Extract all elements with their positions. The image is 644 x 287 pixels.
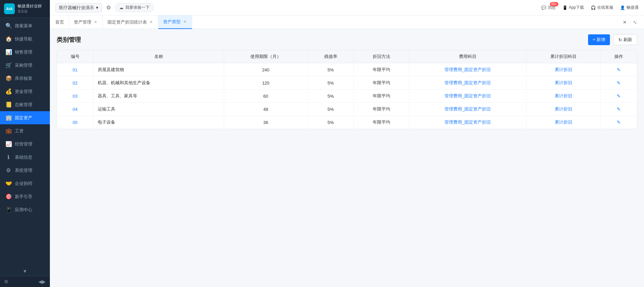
- sidebar-item-purchase[interactable]: 🛒 采购管理: [0, 59, 50, 72]
- cell-r4-c6: 累计折旧: [526, 116, 600, 129]
- sidebar-label-general-ledger: 总账管理: [15, 102, 32, 108]
- code-link-1[interactable]: 02: [73, 81, 78, 86]
- content-area: 类别管理 + 新增 ↻ 刷新 编号名称使用期限（月）残值率折旧方法费用科目累计折…: [50, 29, 644, 287]
- cell-r1-c0: 02: [57, 76, 93, 90]
- app-download-label: App下载: [569, 5, 584, 10]
- sidebar-item-system[interactable]: ⚙ 系统管理: [0, 164, 50, 177]
- sidebar-icon-operations: 📈: [5, 141, 11, 147]
- link-r4-c6[interactable]: 累计折旧: [555, 120, 572, 125]
- link-r3-c5[interactable]: 管理费用_固定资产折旧: [444, 106, 491, 111]
- customer-service-button[interactable]: 🎧 在线客服: [591, 5, 613, 10]
- code-link-4[interactable]: 05: [73, 120, 78, 125]
- company-selector[interactable]: 医疗器械行业演示 ▾: [55, 3, 102, 12]
- cell-r4-c3: 5%: [308, 116, 354, 129]
- user-avatar-button[interactable]: 👤 畅捷通: [620, 5, 639, 10]
- sidebar-scroll-down[interactable]: ▼: [0, 266, 50, 276]
- sidebar-icon-app-center: 📱: [5, 206, 11, 213]
- sidebar-item-fixed-assets[interactable]: 🏢 固定资产: [0, 111, 50, 124]
- sidebar-label-search: 搜索菜单: [15, 23, 32, 29]
- link-r3-c6[interactable]: 累计折旧: [555, 106, 572, 111]
- col-header-3: 残值率: [308, 50, 354, 63]
- code-link-3[interactable]: 04: [73, 107, 78, 112]
- sidebar-label-sales: 销售管理: [15, 49, 32, 55]
- link-r2-c5[interactable]: 管理费用_固定资产折旧: [444, 93, 491, 98]
- main-area: 医疗器械行业演示 ▾ ⚙ ☁ 我要体验一下 💬 消息 99+ 📱 App下载 🎧…: [50, 0, 644, 287]
- sidebar-icon-inventory: 📦: [5, 75, 11, 82]
- edit-btn-0[interactable]: ✎: [617, 67, 621, 72]
- tab-home[interactable]: 首页: [55, 15, 69, 29]
- link-r4-c5[interactable]: 管理费用_固定资产折旧: [444, 120, 491, 125]
- sidebar-label-basic-info: 基础信息: [15, 154, 32, 160]
- link-r1-c5[interactable]: 管理费用_固定资产折旧: [444, 80, 491, 85]
- phone-icon: 📱: [562, 5, 568, 10]
- cell-r2-c5: 管理费用_固定资产折旧: [409, 90, 526, 103]
- app-title-block: 畅捷通好业财 普及版: [18, 4, 42, 14]
- edit-btn-2[interactable]: ✎: [617, 93, 621, 99]
- link-r1-c6[interactable]: 累计折旧: [555, 80, 572, 85]
- sidebar-header: AtA 畅捷通好业财 普及版: [0, 0, 50, 18]
- messages-button[interactable]: 💬 消息 99+: [541, 5, 556, 10]
- sidebar-icon-finance: 💰: [5, 88, 11, 95]
- tab-label-asset-type: 资产类型: [163, 19, 181, 25]
- sidebar-item-search[interactable]: 🔍 搜索菜单: [0, 19, 50, 32]
- tab-close-fixed-asset-depreciation[interactable]: ✕: [149, 20, 153, 25]
- sidebar-icon-payroll: 💼: [5, 128, 11, 134]
- cell-r2-c2: 60: [224, 90, 307, 103]
- edit-btn-4[interactable]: ✎: [617, 120, 621, 125]
- sidebar-icon-guide: 🎯: [5, 193, 11, 200]
- sidebar-item-payroll[interactable]: 💼 工资: [0, 124, 50, 137]
- sidebar-icon-sales: 📊: [5, 49, 11, 55]
- page-header: 类别管理 + 新增 ↻ 刷新: [57, 34, 637, 45]
- tab-close-asset-mgmt[interactable]: ✕: [93, 20, 98, 25]
- experience-label: 我要体验一下: [125, 5, 150, 10]
- message-icon: 💬: [541, 5, 546, 10]
- code-link-0[interactable]: 01: [73, 67, 78, 72]
- sidebar-item-app-center[interactable]: 📱 应用中心: [0, 203, 50, 216]
- user-label: 畅捷通: [626, 5, 639, 10]
- tab-asset-mgmt[interactable]: 资产管理✕: [69, 15, 103, 29]
- sidebar-item-finance[interactable]: 💰 资金管理: [0, 85, 50, 98]
- table-row: 05电子设备365%年限平均管理费用_固定资产折旧累计折旧✎: [57, 116, 637, 129]
- link-r0-c6[interactable]: 累计折旧: [555, 67, 572, 72]
- page-title: 类别管理: [57, 36, 81, 44]
- sidebar-item-inventory[interactable]: 📦 库存核算: [0, 72, 50, 85]
- refresh-icon: ↻: [618, 37, 622, 42]
- sidebar-item-guide[interactable]: 🎯 新手引导: [0, 190, 50, 203]
- collapse-icon[interactable]: ◀▶: [38, 279, 46, 284]
- close-window-btn[interactable]: ✕: [621, 19, 628, 26]
- cloud-icon: ☁: [119, 5, 123, 10]
- refresh-button[interactable]: ↻ 刷新: [613, 34, 637, 45]
- sidebar: AtA 畅捷通好业财 普及版 🔍 搜索菜单 🏠 快捷导航 📊 销售管理 🛒 采购…: [0, 0, 50, 287]
- cell-r1-op: ✎: [601, 76, 637, 90]
- tab-fixed-asset-depreciation[interactable]: 固定资产折旧统计表✕: [103, 15, 158, 29]
- edit-btn-3[interactable]: ✎: [617, 106, 621, 112]
- new-button[interactable]: + 新增: [588, 34, 610, 45]
- link-r2-c6[interactable]: 累计折旧: [555, 93, 572, 98]
- sidebar-item-basic-info[interactable]: ℹ 基础信息: [0, 151, 50, 164]
- code-link-2[interactable]: 03: [73, 94, 78, 99]
- sidebar-item-operations[interactable]: 📈 经营管理: [0, 137, 50, 151]
- maximize-window-btn[interactable]: ⤡: [631, 19, 639, 26]
- experience-button[interactable]: ☁ 我要体验一下: [115, 3, 154, 12]
- sidebar-label-enterprise: 企业协同: [15, 181, 32, 187]
- settings-icon[interactable]: ⚙: [4, 279, 8, 284]
- cell-r1-c1: 机器、机械和其他生产设备: [93, 76, 224, 90]
- app-download-button[interactable]: 📱 App下载: [562, 5, 584, 10]
- edit-btn-1[interactable]: ✎: [617, 80, 621, 86]
- customer-service-label: 在线客服: [597, 5, 613, 10]
- sidebar-item-general-ledger[interactable]: 📒 总账管理: [0, 98, 50, 111]
- link-r0-c5[interactable]: 管理费用_固定资产折旧: [444, 67, 491, 72]
- cell-r0-c4: 年限平均: [354, 63, 409, 76]
- tab-asset-type[interactable]: 资产类型✕: [158, 15, 192, 29]
- sidebar-item-enterprise[interactable]: 🤝 企业协同: [0, 177, 50, 190]
- tab-close-asset-type[interactable]: ✕: [183, 19, 187, 24]
- table-body: 01房屋及建筑物2405%年限平均管理费用_固定资产折旧累计折旧✎02机器、机械…: [57, 63, 637, 129]
- user-icon: 👤: [620, 5, 625, 10]
- cell-r2-c4: 年限平均: [354, 90, 409, 103]
- sidebar-item-sales[interactable]: 📊 销售管理: [0, 45, 50, 59]
- cell-r0-c6: 累计折旧: [526, 63, 600, 76]
- col-header-2: 使用期限（月）: [224, 50, 307, 63]
- sidebar-item-quick-nav[interactable]: 🏠 快捷导航: [0, 32, 50, 45]
- topbar-settings-icon[interactable]: ⚙: [106, 4, 111, 11]
- table-row: 01房屋及建筑物2405%年限平均管理费用_固定资产折旧累计折旧✎: [57, 63, 637, 76]
